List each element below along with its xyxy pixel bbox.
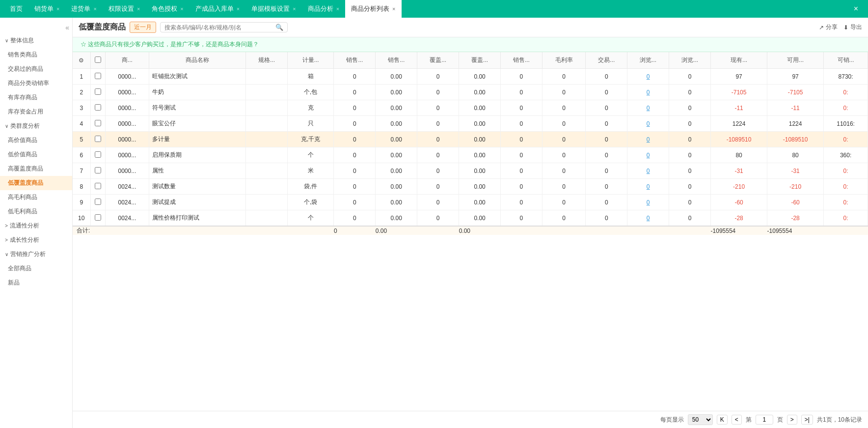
th-sellable[interactable]: 可销...: [824, 52, 868, 69]
nav-sales-order[interactable]: 销货单 ×: [28, 0, 65, 18]
prev-page-button[interactable]: <: [732, 415, 742, 425]
per-page-select[interactable]: 20 50 100: [688, 414, 713, 425]
sidebar-item-all-goods[interactable]: 全部商品: [0, 261, 72, 276]
close-icon[interactable]: ×: [336, 6, 339, 12]
row-checkbox[interactable]: [95, 151, 101, 158]
sidebar-item-new-goods[interactable]: 新品: [0, 276, 72, 290]
sidebar-item-sales-goods[interactable]: 销售类商品: [0, 48, 72, 62]
row-checkbox-cell[interactable]: [90, 179, 105, 195]
sidebar-section-growth[interactable]: > 成长性分析: [0, 233, 72, 247]
sidebar-item-category-rate[interactable]: 商品分类动销率: [0, 76, 72, 90]
row-browse1[interactable]: 0: [627, 210, 669, 227]
th-browse1[interactable]: 浏览...: [627, 52, 669, 69]
row-browse1[interactable]: 0: [627, 147, 669, 163]
last-page-button[interactable]: >|: [801, 415, 813, 425]
row-checkbox-cell[interactable]: [90, 85, 105, 100]
th-code[interactable]: 商...: [105, 52, 149, 69]
close-icon[interactable]: ×: [293, 6, 296, 12]
th-available[interactable]: 可用...: [767, 52, 824, 69]
nav-finished-goods[interactable]: 产成品入库单 ×: [190, 0, 245, 18]
sidebar-item-low-coverage[interactable]: 低覆盖度商品: [0, 176, 72, 190]
row-checkbox[interactable]: [95, 214, 101, 221]
th-trade[interactable]: 交易...: [586, 52, 627, 69]
sidebar-item-traded-goods[interactable]: 交易过的商品: [0, 62, 72, 76]
row-checkbox[interactable]: [95, 104, 101, 111]
row-checkbox-cell[interactable]: [90, 132, 105, 147]
th-sales-amt[interactable]: 销售...: [376, 52, 417, 69]
close-icon[interactable]: ×: [180, 6, 183, 12]
close-icon[interactable]: ×: [137, 6, 140, 12]
search-icon[interactable]: 🔍: [275, 24, 283, 31]
sidebar-section-cluster[interactable]: ∨ 类群度分析: [0, 119, 72, 133]
time-filter-button[interactable]: 近一月: [130, 22, 156, 33]
row-browse1[interactable]: 0: [627, 163, 669, 179]
row-browse1[interactable]: 0: [627, 69, 669, 85]
sidebar-item-high-value[interactable]: 高价值商品: [0, 133, 72, 147]
th-gross-rate[interactable]: 毛利率: [542, 52, 585, 69]
close-icon[interactable]: ×: [392, 6, 395, 12]
row-checkbox[interactable]: [95, 88, 101, 95]
close-icon[interactable]: ×: [56, 6, 59, 12]
sidebar-item-low-gross[interactable]: 低毛利商品: [0, 204, 72, 219]
row-checkbox[interactable]: [95, 136, 101, 142]
table-row: 2 0000... 牛奶 个,包 0 0.00 0 0.00 0 0 0 0 0…: [73, 85, 868, 100]
th-settings[interactable]: ⚙: [73, 52, 90, 69]
window-close-button[interactable]: ×: [848, 4, 864, 13]
th-coverage1[interactable]: 覆盖...: [417, 52, 459, 69]
th-stock[interactable]: 现有...: [711, 52, 767, 69]
close-icon[interactable]: ×: [93, 6, 96, 12]
row-browse1[interactable]: 0: [627, 179, 669, 195]
row-checkbox-cell[interactable]: [90, 69, 105, 85]
close-icon[interactable]: ×: [237, 6, 240, 12]
th-browse2[interactable]: 浏览...: [669, 52, 711, 69]
export-button[interactable]: ⬇ 导出: [843, 23, 862, 31]
th-name[interactable]: 商品名称: [149, 52, 246, 69]
row-checkbox-cell[interactable]: [90, 163, 105, 179]
row-checkbox-cell[interactable]: [90, 116, 105, 132]
row-checkbox-cell[interactable]: [90, 195, 105, 210]
select-all-checkbox[interactable]: [95, 57, 101, 63]
sidebar-item-high-coverage[interactable]: 高覆盖度商品: [0, 162, 72, 176]
row-checkbox-cell[interactable]: [90, 100, 105, 116]
nav-purchase-order[interactable]: 进货单 ×: [65, 0, 102, 18]
row-browse1[interactable]: 0: [627, 100, 669, 116]
row-checkbox[interactable]: [95, 167, 101, 173]
first-page-button[interactable]: K: [717, 415, 728, 425]
th-unit[interactable]: 计量...: [287, 52, 334, 69]
row-sales-amt: 0.00: [376, 163, 417, 179]
th-sales-qty[interactable]: 销售...: [334, 52, 376, 69]
sidebar-item-high-gross[interactable]: 高毛利商品: [0, 190, 72, 204]
nav-goods-analysis[interactable]: 商品分析 ×: [302, 0, 345, 18]
sidebar-section-circulation[interactable]: > 流通性分析: [0, 219, 72, 233]
row-checkbox-cell[interactable]: [90, 210, 105, 227]
sidebar-item-low-value[interactable]: 低价值商品: [0, 147, 72, 162]
row-checkbox-cell[interactable]: [90, 147, 105, 163]
th-coverage2[interactable]: 覆盖...: [459, 52, 501, 69]
row-browse1[interactable]: 0: [627, 116, 669, 132]
page-number-input[interactable]: [756, 415, 773, 425]
th-sales-other[interactable]: 销售...: [501, 52, 542, 69]
th-checkbox[interactable]: [90, 52, 105, 69]
sidebar-item-capital-usage[interactable]: 库存资金占用: [0, 105, 72, 119]
row-checkbox[interactable]: [95, 73, 101, 79]
row-code: 0000...: [105, 147, 149, 163]
next-page-button[interactable]: >: [787, 415, 797, 425]
row-checkbox[interactable]: [95, 183, 101, 189]
search-input[interactable]: [164, 24, 275, 31]
row-browse1[interactable]: 0: [627, 132, 669, 147]
sidebar-section-marketing[interactable]: ∨ 营销推广分析: [0, 247, 72, 261]
row-browse1[interactable]: 0: [627, 85, 669, 100]
sidebar-item-stocked-goods[interactable]: 有库存商品: [0, 90, 72, 105]
nav-home[interactable]: 首页: [4, 0, 28, 18]
nav-role-auth[interactable]: 角色授权 ×: [146, 0, 189, 18]
row-browse1[interactable]: 0: [627, 195, 669, 210]
sidebar-section-overall[interactable]: ∨ 整体信息: [0, 33, 72, 48]
share-button[interactable]: ↗ 分享: [819, 23, 838, 31]
row-checkbox[interactable]: [95, 120, 101, 126]
sidebar-collapse-button[interactable]: «: [65, 24, 69, 31]
nav-template-settings[interactable]: 单据模板设置 ×: [245, 0, 301, 18]
row-checkbox[interactable]: [95, 199, 101, 205]
nav-permissions[interactable]: 权限设置 ×: [103, 0, 146, 18]
th-spec[interactable]: 规格...: [246, 52, 288, 69]
nav-goods-analysis-list[interactable]: 商品分析列表 ×: [345, 0, 401, 18]
